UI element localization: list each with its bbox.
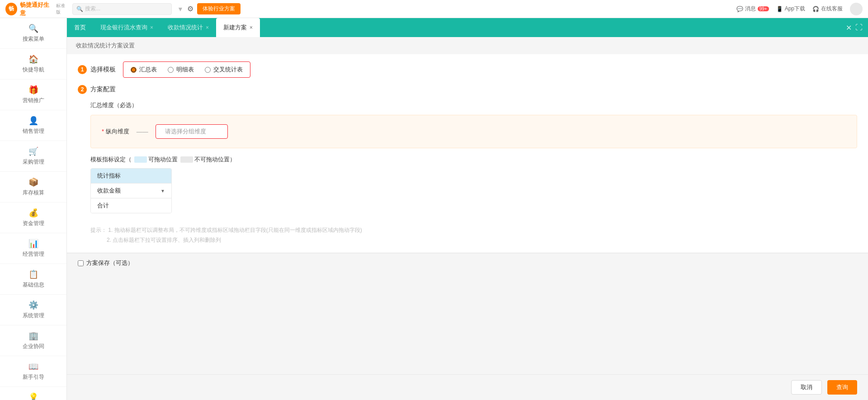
sidebar-item-guide[interactable]: 📖 新手引导 xyxy=(0,356,66,387)
inventory-icon: 📦 xyxy=(28,177,38,187)
template-summary-radio[interactable] xyxy=(131,67,137,73)
sidebar-item-label: 系统管理 xyxy=(23,312,44,320)
sales-icon: 👤 xyxy=(28,116,38,126)
tab-close-icon[interactable]: ✕ xyxy=(846,24,852,32)
step2-number: 2 xyxy=(78,85,87,94)
vertical-dim-label: * 纵向维度 xyxy=(102,127,129,136)
template-summary-label: 汇总表 xyxy=(139,66,157,74)
template-detail-option[interactable]: 明细表 xyxy=(168,66,194,74)
guide-icon: 📖 xyxy=(28,362,38,372)
dropdown-arrow-icon[interactable]: ▼ xyxy=(160,188,165,193)
sidebar-item-finance[interactable]: 💰 资金管理 xyxy=(0,202,66,233)
indicator-header-text: 统计指标 xyxy=(97,172,121,179)
enterprise-icon: 🏢 xyxy=(28,331,38,341)
search-box[interactable]: 🔍 搜索... xyxy=(72,3,172,15)
user-avatar[interactable] xyxy=(850,3,863,15)
tab-new-plan[interactable]: 新建方案 × xyxy=(216,18,260,37)
dimension-area: * 纵向维度 —— 请选择分组维度 xyxy=(90,115,857,148)
indicator-row-total: 合计 xyxy=(91,198,171,213)
breadcrumb: 收款情况统计方案设置 xyxy=(76,42,135,49)
template-detail-label: 明细表 xyxy=(176,66,194,74)
tip-1: 提示： 1. 拖动标题栏可以调整布局，不可跨维度或指标区域拖动栏目字段(只能在同… xyxy=(90,226,857,235)
sidebar-item-label: 营销推广 xyxy=(23,97,44,104)
sidebar-item-marketing[interactable]: 🎁 营销推广 xyxy=(0,80,66,110)
vertical-dim-text: 纵向维度 xyxy=(106,128,129,135)
tab-collection-stat-close[interactable]: × xyxy=(206,24,209,31)
sidebar-item-label: 库存核算 xyxy=(23,189,44,197)
sidebar-item-inventory[interactable]: 📦 库存核算 xyxy=(0,172,66,202)
non-draggable-label: 不可拖动位置） xyxy=(194,155,236,164)
support-action[interactable]: 🎧 在线客服 xyxy=(812,5,843,13)
sidebar-item-label: 采购管理 xyxy=(23,158,44,166)
tip-prefix: 提示： xyxy=(90,227,107,233)
vertical-dimension-row: * 纵向维度 —— 请选择分组维度 xyxy=(102,124,846,139)
non-draggable-color-box xyxy=(180,156,193,163)
non-draggable-legend: 不可拖动位置） xyxy=(180,155,236,164)
sidebar-item-label: 快捷导航 xyxy=(23,66,44,74)
tab-bar: 首页 现金银行流水查询 × 收款情况统计 × 新建方案 × ✕ ⛶ xyxy=(67,18,868,37)
notification-icon: 💬 xyxy=(736,6,743,12)
tab-bar-end: ✕ ⛶ xyxy=(846,24,868,32)
search-dropdown-icon[interactable]: ▼ xyxy=(177,5,184,13)
tab-new-plan-close[interactable]: × xyxy=(250,24,253,31)
download-label: App下载 xyxy=(785,5,805,13)
template-summary-option[interactable]: 汇总表 xyxy=(131,66,157,74)
tips-section: 提示： 1. 拖动标题栏可以调整布局，不可跨维度或指标区域拖动栏目字段(只能在同… xyxy=(90,226,857,245)
download-action[interactable]: 📱 App下载 xyxy=(776,5,805,13)
tab-collection-stat-label: 收款情况统计 xyxy=(168,24,203,32)
gear-icon[interactable]: ⚙ xyxy=(187,5,193,13)
tab-bank-flow-close[interactable]: × xyxy=(150,24,153,31)
sidebar-item-label: 企业协同 xyxy=(23,343,44,350)
template-cross-radio[interactable] xyxy=(205,67,211,73)
basic-info-icon: 📋 xyxy=(28,269,38,279)
sidebar-item-purchase[interactable]: 🛒 采购管理 xyxy=(0,141,66,172)
sidebar-item-enterprise[interactable]: 🏢 企业协同 xyxy=(0,325,66,356)
sidebar: 🔍 搜索菜单 🏠 快捷导航 🎁 营销推广 👤 销售管理 🛒 采购管理 📦 库存核… xyxy=(0,18,67,400)
notification-action[interactable]: 💬 消息 99+ xyxy=(736,5,769,13)
dimension-title: 汇总维度（必选） xyxy=(90,101,857,109)
search-menu-icon: 🔍 xyxy=(28,24,38,33)
notification-badge: 99+ xyxy=(758,6,769,11)
dimension-placeholder: 请选择分组维度 xyxy=(165,128,206,135)
template-detail-radio[interactable] xyxy=(168,67,174,73)
template-cross-option[interactable]: 交叉统计表 xyxy=(205,66,243,74)
sidebar-item-basic-info[interactable]: 📋 基础信息 xyxy=(0,264,66,295)
top-bar: 畅 畅捷通好生意 标准版 🔍 搜索... ▼ ⚙ 体验行业方案 💬 消息 99+… xyxy=(0,0,868,18)
sidebar-item-search-menu[interactable]: 🔍 搜索菜单 xyxy=(0,18,66,49)
indicator-amount-label: 收款金额 xyxy=(97,187,121,195)
sidebar-item-label: 资金管理 xyxy=(23,220,44,227)
tab-maximize-icon[interactable]: ⛶ xyxy=(855,24,863,32)
sidebar-item-label: 经营管理 xyxy=(23,250,44,258)
dimension-select-box[interactable]: 请选择分组维度 xyxy=(156,124,228,139)
sidebar-item-sales[interactable]: 👤 销售管理 xyxy=(0,110,66,141)
system-icon: ⚙️ xyxy=(28,300,38,310)
indicator-table: 统计指标 收款金额 ▼ 合计 xyxy=(90,168,172,213)
sidebar-item-label: 销售管理 xyxy=(23,127,44,135)
sidebar-item-label: 基础信息 xyxy=(23,281,44,289)
industry-button[interactable]: 体验行业方案 xyxy=(197,3,241,14)
tab-bank-flow[interactable]: 现金银行流水查询 × xyxy=(93,18,160,37)
sidebar-item-label: 新手引导 xyxy=(23,373,44,381)
top-bar-actions: 💬 消息 99+ 📱 App下载 🎧 在线客服 xyxy=(736,3,863,15)
indicator-title-text: 模板指标设定（ xyxy=(90,155,132,164)
query-button[interactable]: 查询 xyxy=(827,380,857,395)
indicator-settings: 模板指标设定（ 可拖动位置 不可拖动位置） xyxy=(90,155,857,215)
content-area: 首页 现金银行流水查询 × 收款情况统计 × 新建方案 × ✕ ⛶ xyxy=(67,18,868,400)
sidebar-item-system[interactable]: ⚙️ 系统管理 xyxy=(0,295,66,325)
sidebar-item-operations[interactable]: 📊 经营管理 xyxy=(0,233,66,264)
tab-home[interactable]: 首页 xyxy=(67,18,93,37)
cancel-button[interactable]: 取消 xyxy=(791,380,822,395)
step2-title-row: 2 方案配置 xyxy=(78,85,857,94)
save-checkbox[interactable] xyxy=(78,260,84,266)
required-star: * xyxy=(102,128,104,135)
tab-collection-stat[interactable]: 收款情况统计 × xyxy=(160,18,216,37)
sidebar-item-smart-hw[interactable]: 💡 智能硬件 xyxy=(0,387,66,400)
indicator-row-amount[interactable]: 收款金额 ▼ xyxy=(91,183,171,198)
sidebar-item-label: 搜索菜单 xyxy=(23,35,44,43)
logo: 畅 畅捷通好生意 标准版 xyxy=(5,1,69,17)
tip-1-text: 1. 拖动标题栏可以调整布局，不可跨维度或指标区域拖动栏目字段(只能在同一维度或… xyxy=(108,227,362,233)
indicator-title-row: 模板指标设定（ 可拖动位置 不可拖动位置） xyxy=(90,155,857,164)
sidebar-item-quick-nav[interactable]: 🏠 快捷导航 xyxy=(0,49,66,80)
step2-label: 方案配置 xyxy=(90,85,116,94)
save-checkbox-label[interactable]: 方案保存（可选） xyxy=(78,259,133,267)
